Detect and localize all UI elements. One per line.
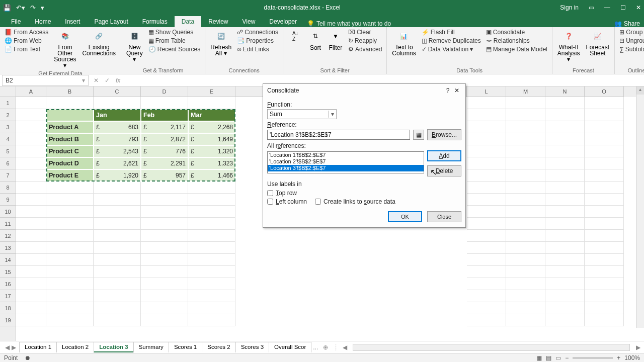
reapply-button[interactable]: ↻Reapply bbox=[347, 37, 383, 45]
cell[interactable] bbox=[16, 290, 46, 302]
cell[interactable] bbox=[506, 109, 545, 121]
cell[interactable] bbox=[506, 218, 545, 230]
cell[interactable] bbox=[585, 121, 624, 133]
cell[interactable] bbox=[585, 157, 624, 169]
cell[interactable] bbox=[141, 242, 188, 254]
cell[interactable] bbox=[188, 242, 235, 254]
cell[interactable] bbox=[46, 266, 94, 278]
cell[interactable] bbox=[467, 182, 506, 194]
enter-icon[interactable]: ✓ bbox=[105, 77, 110, 84]
cell[interactable] bbox=[545, 242, 585, 254]
cell[interactable] bbox=[467, 145, 506, 157]
cell[interactable] bbox=[46, 302, 94, 314]
col-header[interactable]: L bbox=[467, 86, 506, 97]
cell[interactable] bbox=[188, 218, 235, 230]
cell[interactable] bbox=[585, 230, 624, 242]
cell[interactable] bbox=[188, 278, 235, 290]
cell[interactable] bbox=[506, 254, 545, 266]
row-header[interactable]: 14 bbox=[0, 254, 16, 266]
advanced-button[interactable]: ⚙Advanced bbox=[347, 45, 383, 53]
cell[interactable] bbox=[141, 290, 188, 302]
cell[interactable] bbox=[506, 242, 545, 254]
zoom-out-icon[interactable]: − bbox=[565, 354, 569, 361]
col-header[interactable]: M bbox=[506, 86, 545, 97]
cell[interactable] bbox=[585, 133, 624, 145]
row-header[interactable]: 6 bbox=[0, 157, 16, 169]
cell[interactable] bbox=[16, 194, 46, 206]
close-button[interactable]: Close bbox=[427, 211, 461, 222]
cell[interactable] bbox=[94, 254, 141, 266]
cell[interactable] bbox=[188, 97, 235, 109]
cell[interactable]: £2,291 bbox=[141, 157, 188, 169]
cell[interactable] bbox=[506, 133, 545, 145]
cell[interactable] bbox=[94, 290, 141, 302]
cell[interactable] bbox=[585, 254, 624, 266]
cell[interactable] bbox=[46, 218, 94, 230]
cell[interactable]: £776 bbox=[141, 145, 188, 157]
row-header[interactable]: 15 bbox=[0, 266, 16, 278]
cell[interactable] bbox=[16, 266, 46, 278]
cell[interactable] bbox=[467, 194, 506, 206]
row-header[interactable]: 10 bbox=[0, 206, 16, 218]
dialog-close-icon[interactable]: ✕ bbox=[452, 87, 461, 94]
macro-record-icon[interactable]: ⏺ bbox=[25, 354, 31, 361]
cell[interactable] bbox=[16, 157, 46, 169]
minimize-icon[interactable]: — bbox=[604, 4, 610, 11]
cell[interactable] bbox=[16, 254, 46, 266]
forecast-sheet-button[interactable]: 📈 ForecastSheet bbox=[584, 28, 611, 57]
cell[interactable] bbox=[585, 97, 624, 109]
cell[interactable] bbox=[94, 314, 141, 326]
cell[interactable] bbox=[506, 266, 545, 278]
tab-file[interactable]: File bbox=[4, 16, 28, 27]
list-item[interactable]: 'Location 3'!$B$2:$E$7 bbox=[268, 165, 424, 171]
cell[interactable] bbox=[46, 314, 94, 326]
cell[interactable]: Product D bbox=[46, 157, 94, 169]
sheet-tab[interactable]: Scores 1 bbox=[169, 342, 202, 352]
name-box[interactable]: B2 ▾ bbox=[2, 75, 89, 86]
from-text-button[interactable]: 📄From Text bbox=[3, 45, 50, 53]
scroll-up-icon[interactable]: ▴ bbox=[636, 86, 644, 95]
cell[interactable] bbox=[506, 290, 545, 302]
cell[interactable] bbox=[585, 266, 624, 278]
cell[interactable] bbox=[467, 157, 506, 169]
cell[interactable]: £2,872 bbox=[141, 133, 188, 145]
cell[interactable] bbox=[16, 182, 46, 194]
cell[interactable] bbox=[506, 194, 545, 206]
cell[interactable] bbox=[506, 169, 545, 182]
sheet-tab[interactable]: Location 3 bbox=[94, 342, 134, 352]
sheet-nav-prev-icon[interactable]: ◀ bbox=[5, 344, 10, 351]
cell[interactable] bbox=[467, 97, 506, 109]
cell[interactable] bbox=[467, 121, 506, 133]
cell[interactable] bbox=[585, 145, 624, 157]
filter-button[interactable]: ▼ Filter bbox=[327, 28, 345, 52]
hscroll-left-icon[interactable]: ◀ bbox=[341, 344, 349, 351]
sort-button[interactable]: ⇅ Sort bbox=[306, 28, 325, 52]
cell[interactable] bbox=[506, 182, 545, 194]
cell[interactable] bbox=[188, 254, 235, 266]
tab-developer[interactable]: Developer bbox=[262, 16, 304, 27]
cell[interactable] bbox=[94, 206, 141, 218]
from-table-button[interactable]: ▦From Table bbox=[147, 37, 202, 45]
tell-me[interactable]: 💡 Tell me what you want to do bbox=[307, 20, 391, 27]
tab-data[interactable]: Data bbox=[175, 16, 201, 27]
collapse-dialog-icon[interactable]: ▦ bbox=[413, 130, 424, 140]
cell[interactable] bbox=[16, 121, 46, 133]
cell[interactable] bbox=[141, 314, 188, 326]
sort-az-button[interactable]: A↓Z bbox=[286, 28, 304, 44]
tab-review[interactable]: Review bbox=[201, 16, 235, 27]
flash-fill-button[interactable]: ⚡Flash Fill bbox=[420, 28, 482, 36]
cell[interactable]: £2,268 bbox=[188, 121, 235, 133]
cell[interactable]: Mar bbox=[188, 109, 235, 121]
cell[interactable]: £1,323 bbox=[188, 157, 235, 169]
page-layout-icon[interactable]: ▤ bbox=[546, 354, 551, 361]
relationships-button[interactable]: ⫘Relationships bbox=[485, 37, 549, 45]
tab-view[interactable]: View bbox=[235, 16, 263, 27]
maximize-icon[interactable]: ☐ bbox=[620, 4, 626, 11]
cell[interactable] bbox=[545, 254, 585, 266]
cell[interactable]: £2,543 bbox=[94, 145, 141, 157]
cell[interactable] bbox=[545, 182, 585, 194]
cell[interactable] bbox=[188, 302, 235, 314]
cell[interactable] bbox=[467, 133, 506, 145]
row-header[interactable]: 3 bbox=[0, 121, 16, 133]
tab-home[interactable]: Home bbox=[28, 16, 58, 27]
